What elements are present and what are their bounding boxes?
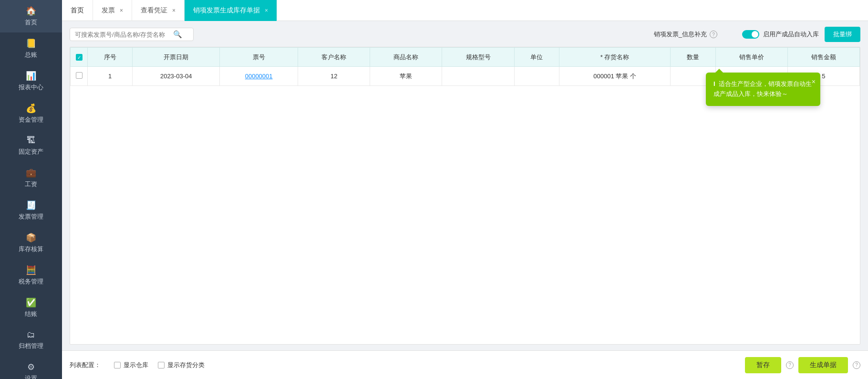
td-inventory: 000001 苹果 个 — [559, 67, 671, 86]
th-unit-price: 销售单价 — [715, 48, 787, 67]
sidebar-item-inventory[interactable]: 📦 库存核算 — [0, 227, 62, 259]
sidebar-item-tax[interactable]: 🧮 税务管理 — [0, 259, 62, 292]
sidebar-item-label: 结账 — [25, 310, 37, 318]
reports-icon: 📊 — [26, 71, 36, 81]
generate-button[interactable]: 生成单据 — [798, 357, 848, 373]
batch-button[interactable]: 批量绑 — [825, 27, 860, 42]
sidebar-item-label: 首页 — [25, 18, 37, 27]
invoice-mgmt-icon: 🧾 — [26, 200, 36, 211]
th-inventory: * 存货名称 — [559, 48, 671, 67]
tab-sales-return-close[interactable]: × — [265, 7, 268, 14]
tab-voucher-close[interactable]: × — [172, 7, 176, 14]
toggle-wrap: 启用产成品自动入库 — [742, 30, 819, 39]
show-warehouse-checkbox[interactable] — [114, 362, 121, 368]
th-spec: 规格型号 — [442, 48, 514, 67]
sidebar-item-invoice-mgmt[interactable]: 🧾 发票管理 — [0, 194, 62, 227]
tab-invoice-label: 发票 — [102, 6, 115, 15]
tab-voucher[interactable]: 查看凭证 × — [132, 0, 185, 21]
row-checkbox[interactable] — [76, 72, 83, 79]
tax-icon: 🧮 — [26, 265, 36, 275]
sidebar-item-assets[interactable]: 🏗 固定资产 — [0, 130, 62, 162]
tab-bar: 首页 发票 × 查看凭证 × 销项发票生成库存单据 × — [62, 0, 868, 21]
th-seq: 序号 — [88, 48, 133, 67]
show-category-label[interactable]: 显示存货分类 — [158, 361, 205, 369]
toolbar-row: 🔍 销项发票_信息补充 ? 启用产成品自动入库 批量绑 — [70, 27, 860, 42]
table-header-row: ✓ 序号 开票日期 票号 客户名称 商品名称 规格型号 单位 * 存货名称 数量… — [71, 48, 860, 67]
search-wrap[interactable]: 🔍 — [70, 28, 194, 41]
th-unit: 单位 — [514, 48, 559, 67]
td-unit — [514, 67, 559, 86]
bottom-actions: 暂存 ? 生成单据 ? — [745, 357, 860, 373]
sidebar-item-label: 工资 — [25, 180, 37, 189]
sidebar: 🏠 首页 📒 总账 📊 报表中心 💰 资金管理 🏗 固定资产 💼 工资 🧾 发票… — [0, 0, 62, 379]
tooltip-text: 适合生产型企业，销项发票自动生成产成品入库，快来体验～ — [713, 80, 812, 97]
tab-invoice-close[interactable]: × — [120, 7, 123, 14]
sidebar-item-label: 税务管理 — [19, 277, 43, 286]
ledger-icon: 📒 — [26, 38, 36, 49]
settlement-icon: ✅ — [26, 297, 36, 308]
main-area: 首页 发票 × 查看凭证 × 销项发票生成库存单据 × 🔍 销项发票_信息补充 … — [62, 0, 868, 379]
home-icon: 🏠 — [26, 6, 36, 16]
td-date: 2023-03-04 — [133, 67, 220, 86]
sidebar-item-payroll[interactable]: 💼 工资 — [0, 162, 62, 194]
sidebar-item-fund[interactable]: 💰 资金管理 — [0, 97, 62, 130]
th-qty: 数量 — [671, 48, 715, 67]
sidebar-item-label: 归档管理 — [19, 342, 43, 350]
sidebar-item-general-ledger[interactable]: 📒 总账 — [0, 32, 62, 65]
td-invoice-no[interactable]: 00000001 — [220, 67, 298, 86]
sidebar-item-label: 资金管理 — [19, 116, 43, 124]
sidebar-item-archive[interactable]: 🗂 归档管理 — [0, 324, 62, 356]
sidebar-item-label: 设置 — [25, 374, 37, 379]
settings-icon: ⚙ — [27, 362, 35, 372]
sidebar-item-reports[interactable]: 📊 报表中心 — [0, 65, 62, 97]
th-date: 开票日期 — [133, 48, 220, 67]
info-help-icon[interactable]: ? — [710, 31, 717, 38]
sidebar-item-home[interactable]: 🏠 首页 — [0, 0, 62, 32]
tooltip-close-button[interactable]: × — [812, 76, 816, 87]
payroll-icon: 💼 — [26, 168, 36, 178]
sidebar-item-label: 固定资产 — [19, 147, 43, 156]
tab-voucher-label: 查看凭证 — [141, 6, 167, 15]
sidebar-item-label: 发票管理 — [19, 212, 43, 221]
info-label-text: 销项发票_信息补充 — [654, 30, 707, 39]
tab-home-label: 首页 — [71, 6, 84, 15]
sidebar-item-label: 报表中心 — [19, 83, 43, 92]
th-product: 商品名称 — [370, 48, 442, 67]
show-category-text: 显示存货分类 — [167, 361, 205, 369]
td-product: 苹果 — [370, 67, 442, 86]
th-amount: 销售金额 — [787, 48, 859, 67]
toggle-label: 启用产成品自动入库 — [763, 30, 819, 39]
info-label-wrap: 销项发票_信息补充 ? — [654, 30, 717, 39]
content-area: 🔍 销项发票_信息补充 ? 启用产成品自动入库 批量绑 ✓ — [62, 21, 868, 350]
th-customer: 客户名称 — [298, 48, 370, 67]
list-config-label: 列表配置： — [70, 361, 101, 369]
tab-invoice[interactable]: 发票 × — [93, 0, 132, 21]
sidebar-item-settlement[interactable]: ✅ 结账 — [0, 292, 62, 324]
td-spec — [442, 67, 514, 86]
tab-home[interactable]: 首页 — [62, 0, 93, 21]
tooltip-box: × I 适合生产型企业，销项发票自动生成产成品入库，快来体验～ — [706, 73, 820, 106]
sidebar-item-label: 总账 — [25, 51, 37, 59]
search-icon[interactable]: 🔍 — [173, 30, 182, 39]
search-input[interactable] — [75, 31, 170, 38]
show-warehouse-text: 显示仓库 — [124, 361, 148, 369]
save-help-icon[interactable]: ? — [786, 361, 794, 369]
show-warehouse-label[interactable]: 显示仓库 — [114, 361, 148, 369]
td-checkbox[interactable] — [71, 67, 88, 86]
show-category-checkbox[interactable] — [158, 362, 165, 368]
tooltip-caret: I — [713, 79, 715, 89]
th-checkbox[interactable]: ✓ — [71, 48, 88, 67]
auto-inbound-toggle[interactable] — [742, 30, 759, 39]
archive-icon: 🗂 — [27, 330, 35, 340]
sidebar-item-settings[interactable]: ⚙ 设置 — [0, 356, 62, 379]
tab-sales-return-label: 销项发票生成库存单据 — [193, 6, 260, 15]
inventory-icon: 📦 — [26, 232, 36, 243]
generate-help-icon[interactable]: ? — [853, 361, 860, 369]
td-seq: 1 — [88, 67, 133, 86]
tab-sales-return[interactable]: 销项发票生成库存单据 × — [185, 0, 277, 21]
save-button[interactable]: 暂存 — [745, 357, 781, 373]
bottom-bar: 列表配置： 显示仓库 显示存货分类 暂存 ? 生成单据 ? — [62, 350, 868, 379]
assets-icon: 🏗 — [27, 136, 35, 146]
header-checkbox[interactable]: ✓ — [76, 54, 83, 61]
th-invoice-no: 票号 — [220, 48, 298, 67]
